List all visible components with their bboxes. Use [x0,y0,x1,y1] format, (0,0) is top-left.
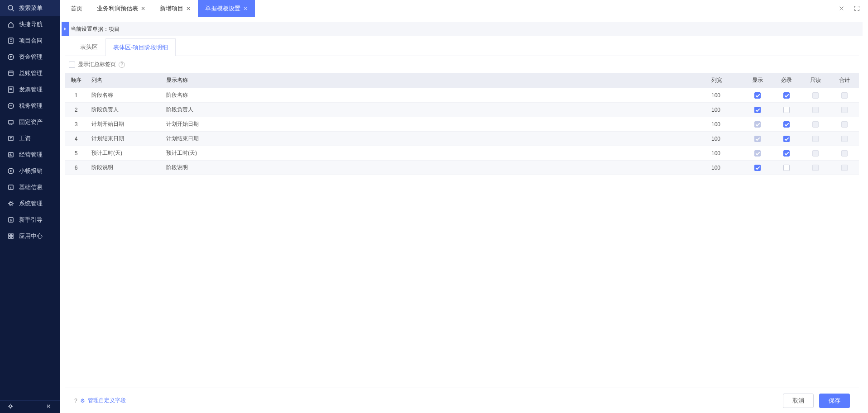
collapse-icon[interactable] [46,403,53,411]
sidebar-item-8[interactable]: 工资 [0,130,60,147]
checkbox [812,92,819,99]
sidebar-item-0[interactable]: 搜索菜单 [0,0,60,16]
inner-tab-1[interactable]: 表体区-项目阶段明细 [106,38,176,56]
save-button[interactable]: 保存 [819,394,850,408]
cell-width[interactable]: 100 [707,161,743,175]
sidebar-item-label: 资金管理 [19,53,43,61]
cancel-button[interactable]: 取消 [783,394,814,408]
checkbox[interactable] [754,107,761,113]
tab-label: 单据模板设置 [205,5,240,13]
sidebar-item-7[interactable]: 固定资产 [0,114,60,130]
sidebar-item-4[interactable]: 总账管理 [0,65,60,81]
sidebar-item-label: 发票管理 [19,85,43,94]
help-icon[interactable]: ? [119,62,125,68]
cell-seq: 1 [65,88,87,103]
th-required: 必录 [772,73,801,88]
cell-sum [830,146,859,161]
cell-display[interactable]: 计划开始日期 [162,117,707,132]
checkbox[interactable] [783,150,790,157]
cell-display[interactable]: 预计工时(天) [162,146,707,161]
inner-tab-0[interactable]: 表头区 [72,38,106,56]
checkbox[interactable] [783,121,790,128]
th-seq: 顺序 [65,73,87,88]
sidebar-item-12[interactable]: 系统管理 [0,195,60,212]
footer: ? ⚙ 管理自定义字段 取消 保存 [65,388,859,413]
cell-readonly [801,146,830,161]
sidebar-item-5[interactable]: 发票管理 [0,81,60,98]
cell-width[interactable]: 100 [707,103,743,117]
cell-width[interactable]: 100 [707,132,743,146]
cell-width[interactable]: 100 [707,88,743,103]
sidebar-item-label: 项目合同 [19,37,43,45]
cell-width[interactable]: 100 [707,117,743,132]
tab-label: 新增项目 [160,5,183,13]
checkbox [841,136,848,142]
sidebar-item-1[interactable]: 快捷导航 [0,16,60,33]
sidebar-item-14[interactable]: 应用中心 [0,228,60,244]
cell-display[interactable]: 阶段说明 [162,161,707,175]
checkbox [841,165,848,171]
sidebar-item-6[interactable]: 税务管理 [0,98,60,114]
cell-seq: 5 [65,146,87,161]
custom-fields-link[interactable]: 管理自定义字段 [88,397,126,404]
tab-close-icon[interactable]: ✕ [141,5,145,12]
checkbox [754,150,761,157]
tab-0[interactable]: 首页 [63,0,90,17]
sidebar-item-label: 基础信息 [19,183,43,191]
cell-required [772,103,801,117]
sidebar-item-2[interactable]: 项目合同 [0,33,60,49]
tab-3[interactable]: 单据模板设置✕ [198,0,255,17]
th-width: 列宽 [707,73,743,88]
cell-readonly [801,88,830,103]
cell-display[interactable]: 计划结束日期 [162,132,707,146]
cell-width[interactable]: 100 [707,146,743,161]
money-icon [7,53,14,61]
checkbox[interactable] [783,92,790,99]
cell-name: 阶段说明 [87,161,162,175]
sidebar-item-3[interactable]: 资金管理 [0,49,60,65]
tab-close-icon[interactable]: ✕ [243,5,248,12]
checkbox [841,92,848,99]
tab-close-icon[interactable]: ✕ [186,5,191,12]
sidebar-item-label: 快捷导航 [19,20,43,28]
footer-help-icon[interactable]: ? [74,398,77,404]
sidebar-item-10[interactable]: 小畅报销 [0,163,60,179]
checkbox[interactable] [754,92,761,99]
cell-show [743,132,772,146]
checkbox[interactable] [783,136,790,142]
cell-display[interactable]: 阶段负责人 [162,103,707,117]
show-summary-checkbox[interactable] [69,62,75,68]
banner-toggle[interactable] [62,22,69,36]
fullscreen-icon[interactable] [849,0,864,17]
cell-readonly [801,161,830,175]
checkbox[interactable] [754,165,761,171]
checkbox[interactable] [783,165,790,171]
option-row: 显示汇总标签页 ? [65,56,863,73]
cell-display[interactable]: 阶段名称 [162,88,707,103]
tab-1[interactable]: 业务利润预估表✕ [90,0,153,17]
asset-icon [7,119,14,126]
settings-icon[interactable] [7,403,14,411]
info-icon [7,184,14,191]
apps-icon [7,233,14,240]
table-row: 2阶段负责人阶段负责人100 [65,103,859,117]
sidebar-item-13[interactable]: 新手引导 [0,212,60,228]
cell-name: 计划开始日期 [87,117,162,132]
close-all-icon[interactable] [834,0,849,17]
show-summary-label: 显示汇总标签页 [78,61,116,68]
checkbox [812,121,819,128]
cell-required [772,161,801,175]
sidebar-item-label: 新手引导 [19,216,43,224]
cell-sum [830,132,859,146]
cell-required [772,146,801,161]
table-row: 1阶段名称阶段名称100 [65,88,859,103]
svg-rect-3 [9,71,13,76]
checkbox [841,121,848,128]
tab-2[interactable]: 新增项目✕ [153,0,198,17]
svg-point-11 [10,202,12,205]
checkbox[interactable] [783,107,790,113]
tab-label: 首页 [71,5,82,13]
ledger-icon [7,70,14,77]
sidebar-item-9[interactable]: 经营管理 [0,147,60,163]
sidebar-item-11[interactable]: 基础信息 [0,179,60,195]
